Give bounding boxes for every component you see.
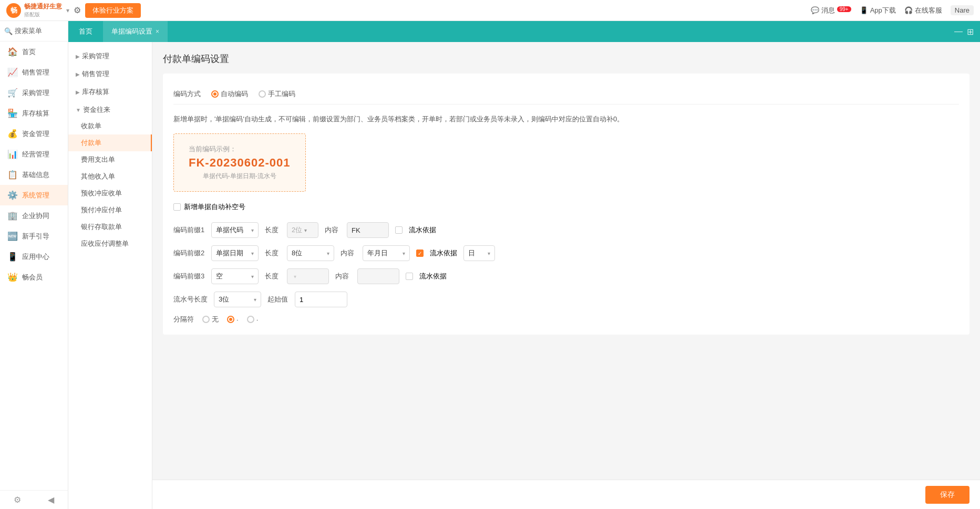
sidebar-item-member[interactable]: 👑 畅会员: [0, 267, 68, 287]
collapse-icon[interactable]: ◀: [48, 495, 54, 505]
arrow-down-icon: ▼: [76, 107, 81, 113]
start-value-input[interactable]: 1: [295, 292, 347, 307]
brand-main-name: 畅捷通好生意: [24, 2, 62, 11]
brand-logo: 畅: [6, 3, 21, 18]
manual-encode-radio[interactable]: [259, 90, 266, 98]
sidebar-item-basic[interactable]: 📋 基础信息: [0, 164, 68, 185]
manual-encode-option[interactable]: 手工编码: [259, 89, 295, 99]
submenu-group-sales-title[interactable]: ▶ 销售管理: [68, 66, 152, 82]
sidebar-item-finance[interactable]: 💰 资金管理: [0, 123, 68, 144]
auto-encode-option[interactable]: 自动编码: [211, 89, 248, 99]
sidebar-item-operation[interactable]: 📊 经营管理: [0, 144, 68, 164]
prefix2-label: 编码前缀2: [173, 248, 205, 258]
msg-item[interactable]: 💬 消息 99+: [811, 6, 851, 15]
content3-input: [357, 268, 399, 284]
tab-close-btn[interactable]: ×: [156, 28, 159, 35]
sidebar-item-appstore[interactable]: 📱 应用中心: [0, 246, 68, 267]
sidebar-item-sales[interactable]: 📈 销售管理: [0, 62, 68, 82]
serial-checkbox-3[interactable]: [406, 273, 413, 280]
app-download-item[interactable]: 📱 App下载: [860, 6, 896, 15]
settings-bottom-icon[interactable]: ⚙: [14, 495, 21, 505]
system-icon: ⚙️: [7, 190, 18, 200]
auto-fill-checkbox[interactable]: [173, 203, 181, 211]
sep-dot2[interactable]: ·: [247, 316, 259, 324]
length1-label: 长度: [265, 225, 281, 235]
submenu-item-payment[interactable]: 付款单: [68, 134, 152, 151]
sidebar: 🔍 搜索菜单 🏠 首页 📈 销售管理 🛒 采购管理 🏪 库存核算 💰: [0, 21, 68, 509]
tab-current[interactable]: 单据编码设置 ×: [103, 21, 168, 42]
submenu-group-inventory-title[interactable]: ▶ 库存核算: [68, 84, 152, 100]
length2-select[interactable]: 8位 ▾: [287, 245, 334, 261]
service-item[interactable]: 🎧 在线客服: [904, 6, 942, 15]
tab-bar: 首页 单据编码设置 × — ⊞: [68, 21, 980, 42]
serial-checkbox-1[interactable]: [395, 226, 403, 234]
sep-none[interactable]: 无: [202, 315, 219, 324]
arrow-right-icon2: ▶: [76, 71, 80, 77]
submenu-item-prepay-pay[interactable]: 预付冲应付单: [68, 202, 152, 219]
submenu-group-purchase-title[interactable]: ▶ 采购管理: [68, 48, 152, 64]
serial-length-label: 流水号长度: [173, 295, 208, 304]
content3-label: 内容: [335, 272, 351, 281]
sep-none-radio[interactable]: [202, 316, 210, 323]
serial-checkbox-2[interactable]: ✓: [416, 250, 424, 257]
prefix1-select[interactable]: 单据代码 ▾: [211, 222, 259, 238]
content2-arrow: ▾: [403, 251, 405, 256]
length3-input: ▾: [287, 268, 329, 284]
submenu-group-purchase: ▶ 采购管理: [68, 48, 152, 64]
prefix2-select[interactable]: 单据日期 ▾: [211, 245, 259, 261]
serial-length-select[interactable]: 3位 ▾: [214, 292, 261, 307]
try-btn[interactable]: 体验行业方案: [85, 3, 141, 18]
user-avatar[interactable]: Nare: [951, 5, 974, 15]
tab-expand-icon[interactable]: ⊞: [967, 27, 974, 37]
form-row-prefix1: 编码前缀1 单据代码 ▾ 长度 2位 ▾ 内容: [173, 222, 959, 238]
info-text: 新增单据时，'单据编码'自动生成，不可编辑，前缀设置为部门、业务员等档案类，开单…: [173, 113, 959, 125]
header-right: 💬 消息 99+ 📱 App下载 🎧 在线客服 Nare: [811, 5, 974, 15]
tab-home[interactable]: 首页: [68, 21, 103, 42]
serial-label-1: 流水依据: [409, 225, 436, 235]
header-left: 畅 畅捷通好生意 搭配版 ▾ ⚙ 体验行业方案: [6, 2, 141, 18]
prefix3-select-arrow: ▾: [251, 274, 254, 279]
extra-select-2[interactable]: 日 ▾: [463, 245, 495, 261]
prefix3-select[interactable]: 空 ▾: [211, 268, 259, 284]
form-row-prefix3: 编码前缀3 空 ▾ 长度 ▾ 内容: [173, 268, 959, 284]
tab-minimize-icon[interactable]: —: [954, 27, 963, 36]
tab-bar-right: — ⊞: [954, 27, 980, 37]
search-icon: 🔍: [4, 27, 13, 35]
auto-fill-row[interactable]: 新增单据自动补空号: [173, 202, 959, 212]
page-title: 付款单编码设置: [163, 53, 969, 65]
sidebar-item-home[interactable]: 🏠 首页: [0, 41, 68, 62]
basic-icon: 📋: [7, 170, 18, 180]
sidebar-item-purchase[interactable]: 🛒 采购管理: [0, 82, 68, 103]
preview-label: 当前编码示例：: [189, 144, 291, 154]
submenu-item-bank[interactable]: 银行存取款单: [68, 219, 152, 235]
submenu-item-expense[interactable]: 费用支出单: [68, 151, 152, 168]
submenu-item-other-income[interactable]: 其他收入单: [68, 168, 152, 185]
submenu-item-receipt[interactable]: 收款单: [68, 118, 152, 134]
sidebar-item-inventory[interactable]: 🏪 库存核算: [0, 103, 68, 123]
sidebar-item-enterprise[interactable]: 🏢 企业协同: [0, 205, 68, 226]
submenu-item-adjustment[interactable]: 应收应付调整单: [68, 235, 152, 252]
sep-dot2-radio[interactable]: [247, 316, 254, 323]
sidebar-item-guide[interactable]: 🆕 新手引导: [0, 226, 68, 246]
sep-dot-radio[interactable]: [227, 316, 234, 323]
content-area: ▶ 采购管理 ▶ 销售管理 ▶ 库存核算: [68, 42, 980, 509]
save-button[interactable]: 保存: [925, 486, 969, 504]
sidebar-item-system[interactable]: ⚙️ 系统管理: [0, 185, 68, 205]
sidebar-search[interactable]: 🔍 搜索菜单: [0, 21, 68, 41]
submenu-group-finance-title[interactable]: ▼ 资金往来: [68, 102, 152, 118]
sep-dot[interactable]: ·: [227, 316, 239, 324]
encode-mode-label: 编码方式: [173, 89, 201, 99]
serial-label-3: 流水依据: [419, 272, 447, 281]
serial-number-row: 流水号长度 3位 ▾ 起始值 1: [173, 292, 959, 307]
purchase-icon: 🛒: [7, 88, 18, 98]
gear-icon[interactable]: ⚙: [74, 5, 81, 15]
brand-chevron-icon[interactable]: ▾: [66, 7, 69, 14]
submenu-item-prepay-recv[interactable]: 预收冲应收单: [68, 185, 152, 202]
auto-encode-radio[interactable]: [211, 90, 219, 98]
finance-icon: 💰: [7, 129, 18, 139]
content2-select[interactable]: 年月日 ▾: [363, 245, 410, 261]
submenu-group-finance: ▼ 资金往来 收款单 付款单 费用支出单 其他收入单 预收冲应收单 预付冲应付单…: [68, 102, 152, 252]
content2-label: 内容: [341, 248, 356, 258]
preview-desc: 单据代码-单据日期-流水号: [189, 172, 291, 181]
length3-label: 长度: [265, 272, 281, 281]
